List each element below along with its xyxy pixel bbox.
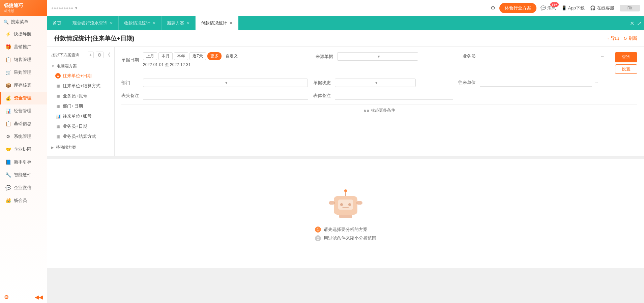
message-btn[interactable]: 💬 消息 99+ — [540, 5, 556, 11]
sidebar-item-marketing[interactable]: 🎁 营销推广 — [0, 40, 47, 53]
tip-num-2: 2 — [315, 235, 321, 241]
sidebar-footer: ⚙ ◀◀ — [0, 291, 47, 303]
app-download-btn[interactable]: 📱 App下载 — [561, 5, 585, 11]
service-btn[interactable]: 🎧 在线客服 — [590, 5, 614, 11]
date-btn-this-month[interactable]: 本月 — [158, 52, 173, 60]
scheme-item-staff-date[interactable]: ▦ 业务员+日期 — [47, 121, 114, 131]
scheme-item-unit-settle[interactable]: ▦ 往来单位+结算方式 — [47, 81, 114, 91]
staff-date-icon: ▦ — [55, 124, 61, 129]
date-btn-custom[interactable]: 自定义 — [223, 53, 240, 60]
filter-action-btns: 查询 设置 — [615, 52, 637, 74]
svg-rect-5 — [339, 215, 352, 218]
date-btn-more[interactable]: 更多 — [207, 52, 222, 60]
date-btn-group: 上月 本月 本年 近7天 更多 自定义 — [143, 52, 240, 60]
svg-point-7 — [344, 189, 347, 192]
scheme-content: 按以下方案查询 + ⚙ 《 ▼ 电脑端方案 ● 往来单位+日期 — [47, 47, 644, 156]
sidebar-item-member[interactable]: 👑 畅会员 — [0, 194, 47, 207]
scheme-item-staff-account[interactable]: ▦ 业务员+账号 — [47, 91, 114, 101]
empty-tips: 1 请先选择要分析的方案 2 用过滤条件来缩小分析范围 — [315, 226, 376, 241]
unit-more-icon[interactable]: ··· — [595, 80, 598, 85]
sidebar-search[interactable]: 🔍 搜索菜单 — [0, 16, 47, 28]
sidebar-item-inventory[interactable]: 📦 库存核算 — [0, 79, 47, 92]
sidebar-item-system[interactable]: ⚙ 系统管理 — [0, 130, 47, 143]
sidebar-item-coop[interactable]: 🤝 企业协同 — [0, 143, 47, 156]
date-btn-last-month[interactable]: 上月 — [143, 52, 157, 60]
empty-illustration — [325, 186, 366, 220]
settings-scheme-btn[interactable]: ⚙ — [96, 52, 104, 58]
tab-home[interactable]: 首页 — [47, 16, 67, 30]
dept-select[interactable]: ▾ — [143, 79, 308, 87]
scheme-item-unit-account[interactable]: 📊 往来单位+账号 — [47, 111, 114, 121]
staff-more-icon[interactable]: ··· — [601, 54, 604, 59]
basic-icon: 📋 — [5, 121, 11, 127]
app-icon: 📱 — [561, 5, 567, 10]
dept-date-icon: ▦ — [55, 103, 61, 109]
status-select[interactable]: ▾ — [335, 79, 416, 87]
empty-tip-1: 1 请先选择要分析的方案 — [315, 226, 376, 233]
scheme-panel: 按以下方案查询 + ⚙ 《 ▼ 电脑端方案 ● 往来单位+日期 — [47, 47, 115, 156]
date-btn-7days[interactable]: 近7天 — [189, 52, 206, 60]
coop-icon: 🤝 — [5, 146, 11, 152]
export-btn[interactable]: ↑ 导出 — [607, 35, 620, 41]
sidebar-item-guide[interactable]: 📘 新手引导 — [0, 156, 47, 169]
filter-source-item: 来源单据 ▾ — [316, 52, 457, 61]
sidebar-item-purchase[interactable]: 🛒 采购管理 — [0, 66, 47, 79]
tab-receive-close[interactable]: ✕ — [152, 21, 156, 26]
arrow-right-icon: ▶ — [51, 146, 54, 149]
collapse-sidebar-icon[interactable]: ◀◀ — [35, 294, 43, 300]
close-tab-icon[interactable]: ✕ — [630, 20, 634, 27]
sidebar-item-operation[interactable]: 📊 经营管理 — [0, 104, 47, 117]
scheme-item-staff-settle[interactable]: ▦ 业务员+结算方式 — [47, 131, 114, 142]
unit-input[interactable] — [480, 79, 592, 87]
scheme-group-desktop-title[interactable]: ▼ 电脑端方案 — [47, 62, 114, 71]
date-btn-this-year[interactable]: 本年 — [174, 52, 188, 60]
tab-receive[interactable]: 收款情况统计 ✕ — [119, 16, 162, 30]
tab-cashflow[interactable]: 现金银行流水查询 ✕ — [67, 16, 119, 30]
tab-cashflow-close[interactable]: ✕ — [110, 21, 113, 26]
tab-payment[interactable]: 付款情况统计 ✕ — [196, 16, 238, 30]
topbar-settings-icon[interactable]: ⚙ — [491, 5, 495, 11]
sidebar-item-quick-nav[interactable]: ⚡ 快捷导航 — [0, 28, 47, 40]
sidebar-item-finance[interactable]: 💰 资金管理 — [0, 92, 47, 104]
refresh-btn[interactable]: ↻ 刷新 — [623, 35, 637, 41]
user-avatar[interactable]: Rit — [620, 5, 640, 11]
settings-footer-icon[interactable]: ⚙ — [4, 294, 9, 300]
service-icon: 🎧 — [590, 5, 595, 10]
scheme-item-unit-date[interactable]: ● 往来单位+日期 — [47, 71, 114, 81]
header-note-input[interactable] — [143, 92, 308, 100]
topbar-dropdown[interactable]: ▾ — [75, 6, 77, 10]
filter-row-3: 表头备注 表体备注 — [121, 92, 637, 100]
collapse-filter-btn[interactable]: ∧∧ 收起更多条件 — [121, 104, 637, 116]
collapse-arrow-icon: ∧∧ — [363, 108, 370, 113]
empty-tip-2: 2 用过滤条件来缩小分析范围 — [315, 235, 376, 241]
sidebar: 畅捷通巧 标准版 🔍 搜索菜单 ⚡ 快捷导航 🎁 营销推广 📋 销售管理 🛒 采… — [0, 0, 47, 303]
staff-input[interactable] — [484, 52, 598, 60]
scheme-item-dept-date[interactable]: ▦ 部门+日期 — [47, 101, 114, 111]
sidebar-item-weixin[interactable]: 💬 企业微信 — [0, 181, 47, 194]
collapse-scheme-btn[interactable]: 《 — [106, 52, 110, 58]
tab-new-scheme[interactable]: 新建方案 ✕ — [162, 16, 196, 30]
query-btn[interactable]: 查询 — [615, 52, 637, 62]
source-select[interactable]: ▾ — [337, 52, 418, 61]
sidebar-item-basic[interactable]: 📋 基础信息 — [0, 117, 47, 130]
filter-dept-item: 部门 ▾ — [121, 79, 308, 87]
filter-staff-item: 业务员 ··· — [463, 52, 604, 60]
sidebar-item-hardware[interactable]: 🔧 智能硬件 — [0, 169, 47, 181]
add-scheme-btn[interactable]: + — [88, 52, 94, 58]
body-note-input[interactable] — [335, 92, 453, 100]
tab-home-label: 首页 — [53, 20, 61, 26]
staff-account-icon: ▦ — [55, 93, 61, 99]
sidebar-header: 畅捷通巧 标准版 — [0, 0, 47, 16]
scheme-group-mobile-title[interactable]: ▶ 移动端方案 — [47, 143, 114, 152]
breadcrumb: ●●●●●●●●● ▾ — [51, 6, 487, 10]
staff-settle-icon: ▦ — [55, 134, 61, 139]
topbar-right: 💬 消息 99+ 📱 App下载 🎧 在线客服 Rit — [540, 5, 640, 11]
tab-new-scheme-close[interactable]: ✕ — [186, 21, 190, 26]
logo-sub: 标准版 — [4, 9, 23, 13]
tab-payment-close[interactable]: ✕ — [229, 21, 233, 26]
trial-btn[interactable]: 体验行业方案 — [499, 3, 536, 13]
settings-btn[interactable]: 设置 — [615, 64, 637, 74]
svg-rect-9 — [356, 201, 362, 205]
expand-icon[interactable]: ⤢ — [637, 20, 641, 27]
sidebar-item-sales[interactable]: 📋 销售管理 — [0, 53, 47, 66]
